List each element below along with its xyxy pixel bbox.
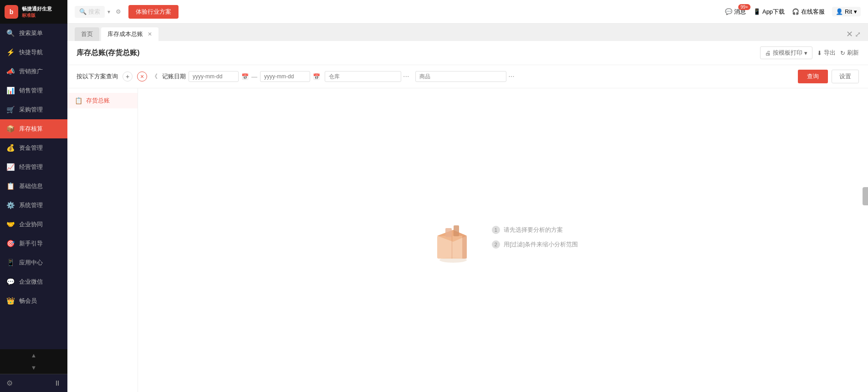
scheme-item-inventory-ledger[interactable]: 📋 存货总账 xyxy=(67,93,138,108)
date-to-input[interactable] xyxy=(260,71,310,82)
empty-content: 1 请先选择要分析的方案 2 用[过滤]条件来缩小分析范围 xyxy=(428,215,578,265)
gear-icon[interactable]: ⚙ xyxy=(116,8,121,15)
sidebar-item-search-menu[interactable]: 🔍 搜索菜单 xyxy=(0,24,67,43)
sidebar-item-quick-nav[interactable]: ⚡ 快捷导航 xyxy=(0,43,67,62)
warehouse-more-icon[interactable]: ··· xyxy=(401,72,411,81)
app-center-icon: 📱 xyxy=(6,259,15,267)
sidebar-item-finance[interactable]: 💰 资金管理 xyxy=(0,138,67,158)
topbar: 🔍 搜索 ▾ ⚙ 体验行业方案 💬 消息 99+ 📱 App下载 🎧 在线客服 xyxy=(67,0,868,24)
export-button[interactable]: ⬇ 导出 xyxy=(817,49,836,57)
guide-icon: 🎯 xyxy=(6,239,15,248)
svg-rect-5 xyxy=(454,225,459,236)
sidebar-item-marketing[interactable]: 📣 营销推广 xyxy=(0,62,67,81)
sidebar-item-sales[interactable]: 📊 销售管理 xyxy=(0,81,67,100)
expand-icon[interactable]: ⤢ xyxy=(855,30,861,39)
user-avatar[interactable]: 👤 Rit ▾ xyxy=(832,7,861,16)
scheme-icon: 📋 xyxy=(75,97,82,104)
filter-collapse-button[interactable]: 《 xyxy=(152,72,158,81)
calendar-to-icon[interactable]: 📅 xyxy=(313,73,320,80)
headset-icon: 🎧 xyxy=(792,8,799,15)
page-title: 库存总账(存货总账) xyxy=(77,48,140,58)
app-name: 畅捷通好生意 xyxy=(22,5,52,12)
scheme-list: 📋 存货总账 xyxy=(67,88,138,392)
tab-close-icon[interactable]: ✕ xyxy=(148,31,152,37)
sidebar-item-wechat[interactable]: 💬 企业微信 xyxy=(0,272,67,291)
sidebar-item-inventory[interactable]: 📦 库存核算 xyxy=(0,119,67,138)
date-separator: — xyxy=(251,73,257,80)
quick-nav-icon: ⚡ xyxy=(6,48,15,56)
tabbar: 首页 库存成本总账 ✕ ✕ ⤢ xyxy=(67,24,868,41)
svg-rect-4 xyxy=(445,228,452,237)
sidebar-item-purchase[interactable]: 🛒 采购管理 xyxy=(0,100,67,119)
sidebar-item-app-center[interactable]: 📱 应用中心 xyxy=(0,253,67,272)
export-icon: ⬇ xyxy=(817,50,822,56)
page-content: 库存总账(存货总账) 🖨 按模板打印 ▾ ⬇ 导出 ↻ 刷新 xyxy=(67,41,868,392)
settings-icon[interactable]: ⚙ xyxy=(6,379,13,387)
product-more-icon[interactable]: ··· xyxy=(506,72,516,81)
app-download-button[interactable]: 📱 App下载 xyxy=(753,8,785,16)
chevron-down-icon: ▾ xyxy=(107,9,110,15)
filter-label: 按以下方案查询 xyxy=(77,72,118,81)
collapse-icon[interactable]: ⏸ xyxy=(54,379,61,387)
tab-home[interactable]: 首页 xyxy=(75,27,99,41)
user-name: Rit xyxy=(845,8,852,15)
page-header: 库存总账(存货总账) 🖨 按模板打印 ▾ ⬇ 导出 ↻ 刷新 xyxy=(67,41,868,65)
message-badge: 99+ xyxy=(738,4,751,10)
settings-button[interactable]: 设置 xyxy=(832,70,859,83)
calendar-from-icon[interactable]: 📅 xyxy=(241,73,249,80)
app-logo: b 畅捷通好生意 标准版 xyxy=(0,0,67,24)
sidebar-nav: 🔍 搜索菜单 ⚡ 快捷导航 📣 营销推广 📊 销售管理 🛒 采购管理 📦 库存核… xyxy=(0,24,67,349)
page-header-actions: 🖨 按模板打印 ▾ ⬇ 导出 ↻ 刷新 xyxy=(760,46,859,59)
system-icon: ⚙️ xyxy=(6,201,15,209)
user-icon: 👤 xyxy=(836,8,843,15)
online-service-button[interactable]: 🎧 在线客服 xyxy=(792,8,825,16)
sidebar-item-basic-info[interactable]: 📋 基础信息 xyxy=(0,177,67,196)
tab-inventory-cost[interactable]: 库存成本总账 ✕ xyxy=(101,27,158,41)
sidebar-bottom: ⚙ ⏸ xyxy=(0,374,67,392)
topbar-search[interactable]: 🔍 搜索 xyxy=(75,6,105,18)
sidebar-item-guide[interactable]: 🎯 新手引导 xyxy=(0,234,67,253)
empty-tip-2: 2 用[过滤]条件来缩小分析范围 xyxy=(492,240,578,249)
content-panel: 库存总账(存货总账) 🖨 按模板打印 ▾ ⬇ 导出 ↻ 刷新 xyxy=(67,41,868,392)
refresh-button[interactable]: ↻ 刷新 xyxy=(840,49,859,57)
search-button[interactable]: 查询 xyxy=(798,70,828,83)
operations-icon: 📈 xyxy=(6,163,15,171)
scheme-content-area: 📋 存货总账 xyxy=(67,88,868,392)
purchase-icon: 🛒 xyxy=(6,106,15,114)
topbar-right: 💬 消息 99+ 📱 App下载 🎧 在线客服 👤 Rit ▾ xyxy=(725,7,861,16)
date-label: 记账日期 xyxy=(162,72,186,81)
right-panel-indicator[interactable] xyxy=(863,187,868,205)
trial-industry-button[interactable]: 体验行业方案 xyxy=(128,5,179,19)
warehouse-select-wrap: ··· xyxy=(325,71,411,82)
filter-add-button[interactable]: + xyxy=(123,71,133,81)
svg-rect-3 xyxy=(462,236,467,259)
product-select-wrap: ··· xyxy=(415,71,516,82)
empty-tips: 1 请先选择要分析的方案 2 用[过滤]条件来缩小分析范围 xyxy=(492,226,578,255)
empty-state-area: 1 请先选择要分析的方案 2 用[过滤]条件来缩小分析范围 xyxy=(138,88,868,392)
sidebar-item-system[interactable]: ⚙️ 系统管理 xyxy=(0,196,67,215)
sidebar-scroll-up[interactable]: ▲ xyxy=(0,349,67,361)
filter-date-group: 记账日期 📅 — 📅 xyxy=(162,71,320,82)
sales-icon: 📊 xyxy=(6,87,15,95)
close-panel-button[interactable]: ✕ xyxy=(844,29,855,39)
print-button[interactable]: 🖨 按模板打印 ▾ xyxy=(760,46,812,59)
sidebar-item-operations[interactable]: 📈 经营管理 xyxy=(0,158,67,177)
sidebar-scroll-down[interactable]: ▼ xyxy=(0,361,67,374)
sidebar-item-member[interactable]: 👑 畅会员 xyxy=(0,291,67,311)
basic-info-icon: 📋 xyxy=(6,182,15,190)
topbar-left: 🔍 搜索 ▾ ⚙ 体验行业方案 xyxy=(75,5,725,19)
product-input[interactable] xyxy=(415,71,506,82)
inventory-icon: 📦 xyxy=(6,125,15,133)
app-edition: 标准版 xyxy=(22,12,52,18)
main-area: 🔍 搜索 ▾ ⚙ 体验行业方案 💬 消息 99+ 📱 App下载 🎧 在线客服 xyxy=(67,0,868,392)
sidebar-item-enterprise[interactable]: 🤝 企业协同 xyxy=(0,215,67,234)
warehouse-input[interactable] xyxy=(325,71,401,82)
finance-icon: 💰 xyxy=(6,144,15,152)
date-from-input[interactable] xyxy=(189,71,239,82)
filter-delete-button[interactable]: × xyxy=(137,71,147,81)
message-button[interactable]: 💬 消息 99+ xyxy=(725,8,746,16)
marketing-icon: 📣 xyxy=(6,67,15,76)
search-placeholder: 搜索 xyxy=(88,8,100,16)
filter-bar: 按以下方案查询 + × 《 记账日期 📅 — 📅 ··· xyxy=(67,65,868,88)
message-icon: 💬 xyxy=(725,8,732,15)
